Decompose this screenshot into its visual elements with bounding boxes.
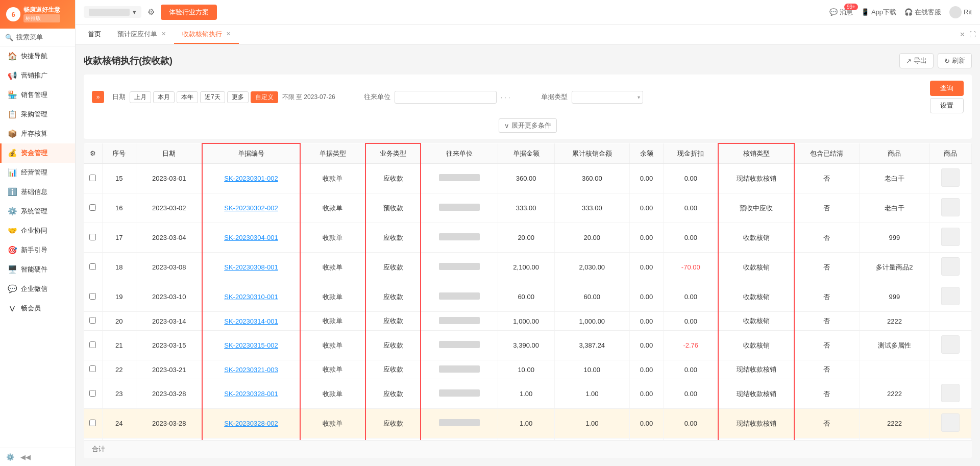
this-month-btn[interactable]: 本月	[153, 91, 175, 103]
sidebar-item-wechat[interactable]: 💬 企业微信	[0, 279, 75, 299]
more-btn[interactable]: 更多	[227, 91, 249, 103]
sidebar-item-system[interactable]: ⚙️ 系统管理	[0, 202, 75, 221]
app-download[interactable]: 📱 App下载	[861, 8, 896, 17]
store-selector[interactable]: ▾	[84, 6, 141, 18]
sidebar-item-label: 基础信息	[21, 187, 47, 197]
sidebar-item-newguide[interactable]: 🎯 新手引导	[0, 240, 75, 260]
sidebar-collapse-icon[interactable]: ◀◀	[20, 453, 31, 461]
table-row[interactable]: 16 2023-03-02 SK-20230302-002 收款单 预收款 33…	[84, 193, 972, 223]
cell-voucher-no[interactable]: SK-20230314-001	[202, 312, 300, 331]
user-menu[interactable]: Rit	[949, 6, 972, 18]
tab-payable-close[interactable]: ✕	[161, 31, 166, 37]
table-row[interactable]: 23 2023-03-28 SK-20230328-001 收款单 应收款 1.…	[84, 379, 972, 409]
sidebar-item-hardware[interactable]: 🖥️ 智能硬件	[0, 260, 75, 279]
cell-voucher-no[interactable]: SK-20230304-001	[202, 223, 300, 253]
data-table-container: ⚙ 序号 日期 单据编号 单据类型 业务类型 往来单位 单据金额 累计核销金额 …	[84, 143, 972, 458]
cell-voucher-type: 收款单	[300, 409, 365, 438]
online-service[interactable]: 🎧 在线客服	[904, 8, 941, 17]
table-row[interactable]: 24 2023-03-28 SK-20230328-002 收款单 应收款 1.…	[84, 409, 972, 438]
cell-include-settled: 否	[794, 253, 860, 282]
sidebar-item-enterprise[interactable]: 🤝 企业协同	[0, 221, 75, 240]
cell-checkbox[interactable]	[84, 193, 102, 223]
last-7days-btn[interactable]: 近7天	[200, 91, 225, 103]
cell-checkbox[interactable]	[84, 223, 102, 253]
sidebar-search[interactable]: 🔍 搜索菜单	[0, 29, 75, 46]
table-row[interactable]: 22 2023-03-21 SK-20230321-003 收款单 应收款 10…	[84, 360, 972, 379]
tab-home[interactable]: 首页	[80, 26, 109, 44]
cell-cash-discount: 0.00	[664, 409, 719, 438]
table-row[interactable]: 15 2023-03-01 SK-20230301-002 收款单 应收款 36…	[84, 164, 972, 193]
cell-voucher-no[interactable]: SK-20230302-002	[202, 193, 300, 223]
table-row[interactable]: 19 2023-03-10 SK-20230310-001 收款单 应收款 60…	[84, 282, 972, 312]
tab-payable[interactable]: 预计应应付单 ✕	[109, 26, 174, 44]
sidebar-item-inventory[interactable]: 📦 库存核算	[0, 124, 75, 143]
cell-balance: 0.00	[629, 360, 664, 379]
voucher-type-select[interactable]: 收款单 红字收款单	[572, 91, 643, 104]
cell-checkbox[interactable]	[84, 409, 102, 438]
cell-voucher-no[interactable]: SK-20230328-001	[202, 379, 300, 409]
table-row[interactable]: 20 2023-03-14 SK-20230314-001 收款单 应收款 1,…	[84, 312, 972, 331]
cell-verify-type: 现结收款核销	[718, 379, 794, 409]
cell-verify-type: 现结收款核销	[718, 360, 794, 379]
cell-voucher-no[interactable]: SK-20230301-002	[202, 164, 300, 193]
message-btn[interactable]: 💬 消息 99+	[829, 8, 853, 17]
col-settings[interactable]: ⚙	[84, 143, 102, 164]
sidebar-item-label: 库存核算	[21, 129, 47, 138]
sidebar-item-purchase[interactable]: 📋 采购管理	[0, 105, 75, 124]
cell-checkbox[interactable]	[84, 379, 102, 409]
cell-verified-amount: 10.00	[554, 360, 629, 379]
cell-voucher-no[interactable]: SK-20230310-001	[202, 282, 300, 312]
cell-product-img	[929, 193, 971, 223]
cell-voucher-no[interactable]: SK-20230328-002	[202, 409, 300, 438]
cell-voucher-no[interactable]: SK-20230321-003	[202, 360, 300, 379]
this-year-btn[interactable]: 本年	[177, 91, 198, 103]
maximize-icon[interactable]: ⛶	[969, 31, 976, 38]
industry-btn[interactable]: 体验行业方案	[161, 5, 217, 20]
voucher-type-label: 单据类型	[541, 92, 568, 102]
last-month-btn[interactable]: 上月	[130, 91, 151, 103]
counterparty-label: 往来单位	[364, 92, 390, 102]
col-voucher-type: 单据类型	[300, 143, 365, 164]
home-icon: 🏠	[8, 52, 17, 61]
cell-voucher-no[interactable]: SK-20230308-001	[202, 253, 300, 282]
table-row[interactable]: 18 2023-03-08 SK-20230308-001 收款单 应收款 2,…	[84, 253, 972, 282]
tab-collection[interactable]: 收款核销执行 ✕	[174, 26, 239, 44]
message-badge: 99+	[844, 4, 858, 10]
refresh-btn[interactable]: ↻ 刷新	[938, 53, 972, 68]
settings-btn[interactable]: 设置	[930, 98, 964, 113]
sidebar-settings-icon[interactable]: ⚙️	[6, 453, 14, 461]
sidebar-item-quicknav[interactable]: 🏠 快捷导航	[0, 46, 75, 66]
sidebar-item-finance[interactable]: 💰 资金管理	[0, 143, 75, 163]
query-btn[interactable]: 查询	[930, 81, 964, 96]
sidebar-item-member[interactable]: V 畅会员	[0, 299, 75, 318]
table-scroll[interactable]: ⚙ 序号 日期 单据编号 单据类型 业务类型 往来单位 单据金额 累计核销金额 …	[84, 143, 972, 440]
table-row[interactable]: 17 2023-03-04 SK-20230304-001 收款单 应收款 20…	[84, 223, 972, 253]
cell-checkbox[interactable]	[84, 312, 102, 331]
table-row[interactable]: 21 2023-03-15 SK-20230315-002 收款单 应收款 3,…	[84, 331, 972, 360]
close-tab-icon[interactable]: ✕	[960, 31, 965, 38]
cell-biz-type: 应收款	[365, 282, 421, 312]
logo-tag: 标推版	[23, 14, 60, 22]
cell-checkbox[interactable]	[84, 331, 102, 360]
custom-btn[interactable]: 自定义	[251, 91, 278, 103]
cell-checkbox[interactable]	[84, 253, 102, 282]
cell-date: 2023-03-02	[136, 193, 203, 223]
sidebar-item-label: 企业微信	[21, 284, 47, 293]
cell-checkbox[interactable]	[84, 164, 102, 193]
cell-voucher-no[interactable]: SK-20230315-002	[202, 331, 300, 360]
cell-no: 21	[102, 331, 136, 360]
sidebar-item-operations[interactable]: 📊 经营管理	[0, 163, 75, 182]
filter-toggle-btn[interactable]: »	[92, 91, 104, 103]
export-btn[interactable]: ↗ 导出	[899, 53, 934, 68]
expand-conditions-btn[interactable]: ∨ 展开更多条件	[499, 118, 557, 133]
sidebar-item-basicinfo[interactable]: ℹ️ 基础信息	[0, 182, 75, 202]
cell-checkbox[interactable]	[84, 360, 102, 379]
cell-checkbox[interactable]	[84, 282, 102, 312]
app-label: App下载	[871, 8, 896, 17]
counterparty-input[interactable]	[395, 91, 497, 104]
export-icon: ↗	[906, 57, 912, 65]
sidebar-item-sales[interactable]: 🏪 销售管理	[0, 85, 75, 105]
tab-collection-close[interactable]: ✕	[226, 31, 231, 37]
gear-icon[interactable]: ⚙	[148, 7, 155, 17]
sidebar-item-marketing[interactable]: 📢 营销推广	[0, 66, 75, 85]
